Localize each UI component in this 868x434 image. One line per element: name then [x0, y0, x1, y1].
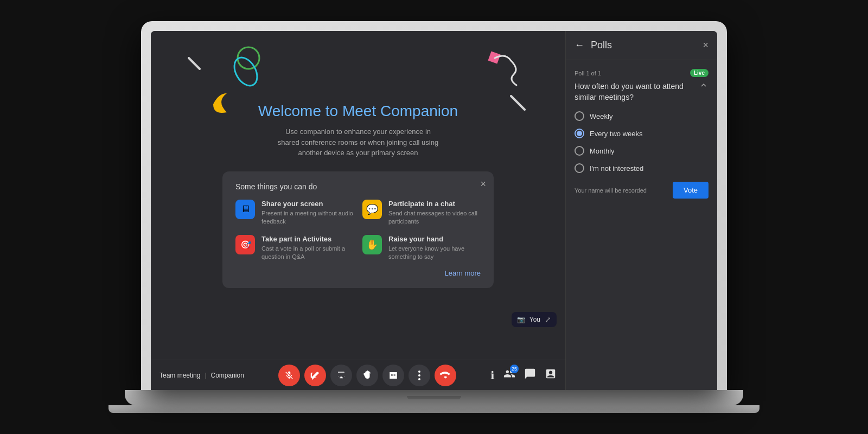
- radio-inner: [577, 131, 582, 136]
- welcome-title: Welcome to Meet Companion: [258, 103, 458, 120]
- info-grid: 🖥 Share your screen Present in a meeting…: [235, 200, 481, 261]
- radio-weekly[interactable]: [575, 111, 584, 121]
- poll-live-badge: Live: [690, 69, 709, 77]
- welcome-subtitle: Use companion to enhance your experience…: [277, 126, 439, 158]
- info-item-participate-chat: 💬 Participate in a chat Send chat messag…: [362, 200, 481, 226]
- polls-body: Poll 1 of 1 Live How often do you want t…: [566, 60, 717, 390]
- svg-point-5: [418, 371, 420, 373]
- captions-button[interactable]: [382, 365, 404, 386]
- mode-label: Companion: [211, 372, 244, 379]
- poll-collapse-button[interactable]: [699, 80, 709, 93]
- polls-header: ← Polls ×: [566, 31, 717, 60]
- poll-question-header: How often do you want to attend similar …: [575, 81, 709, 103]
- poll-counter: Poll 1 of 1: [575, 70, 601, 76]
- people-button[interactable]: 25: [503, 368, 515, 382]
- take-part-desc: Cast a vote in a poll or submit a questi…: [261, 245, 354, 261]
- learn-more-link[interactable]: Learn more: [235, 269, 481, 277]
- end-call-button[interactable]: [435, 365, 456, 386]
- present-button[interactable]: [330, 365, 352, 386]
- radio-monthly[interactable]: [575, 146, 584, 156]
- poll-option-not-interested-label: I'm not interested: [590, 164, 643, 173]
- bottom-right-icons: ℹ 25: [490, 368, 557, 382]
- svg-line-0: [189, 58, 200, 69]
- info-item-raise-hand: ✋ Raise your hand Let everyone know you …: [362, 235, 481, 261]
- meeting-name: Team meeting: [159, 372, 200, 379]
- svg-point-2: [229, 54, 261, 90]
- radio-not-interested[interactable]: [575, 163, 584, 173]
- expand-icon[interactable]: ⤢: [545, 315, 551, 324]
- info-item-share-screen: 🖥 Share your screen Present in a meeting…: [235, 200, 354, 226]
- share-screen-desc: Present in a meeting without audio feedb…: [261, 209, 354, 226]
- controls: [278, 365, 456, 386]
- poll-question: How often do you want to attend similar …: [575, 81, 699, 103]
- participate-chat-title: Participate in a chat: [388, 200, 481, 208]
- poll-option-weekly-label: Weekly: [590, 112, 612, 120]
- polls-back-button[interactable]: ←: [575, 40, 584, 51]
- chat-button[interactable]: [524, 368, 536, 382]
- poll-footer: Your name will be recorded Vote: [575, 182, 709, 199]
- svg-rect-3: [488, 51, 500, 63]
- polls-close-button[interactable]: ×: [703, 40, 709, 51]
- poll-option-every-two-weeks[interactable]: Every two weeks: [575, 129, 709, 138]
- info-card-close-button[interactable]: ×: [480, 179, 486, 189]
- svg-point-7: [418, 378, 420, 380]
- radio-every-two-weeks[interactable]: [575, 129, 584, 138]
- share-screen-icon: 🖥: [235, 200, 255, 219]
- take-part-title: Take part in Activites: [261, 235, 354, 243]
- raise-hand-title: Raise your hand: [388, 235, 481, 243]
- participate-chat-desc: Send chat messages to video call partici…: [388, 209, 481, 226]
- raise-hand-desc: Let everyone know you have something to …: [388, 245, 481, 261]
- chat-icon: 💬: [362, 200, 382, 219]
- polls-panel: ← Polls × Poll 1 of 1 Live How often do …: [565, 31, 717, 390]
- more-options-button[interactable]: [409, 365, 430, 386]
- divider: |: [205, 372, 206, 379]
- raise-hand-icon: ✋: [362, 235, 382, 254]
- poll-option-every-two-weeks-label: Every two weeks: [590, 130, 643, 138]
- info-card: Some things you can do × 🖥 Share your sc…: [222, 171, 494, 288]
- poll-options: Weekly Every two weeks Monthly: [575, 111, 709, 173]
- you-thumbnail: 📷 You ⤢: [512, 312, 557, 327]
- polls-title: Polls: [591, 40, 696, 51]
- activities-button[interactable]: [545, 368, 557, 382]
- poll-note: Your name will be recorded: [575, 187, 647, 194]
- share-screen-title: Share your screen: [261, 200, 354, 208]
- svg-point-1: [238, 47, 259, 69]
- you-label: You: [529, 316, 540, 323]
- meeting-info: Team meeting | Companion: [159, 372, 244, 379]
- bottom-bar: Team meeting | Companion: [151, 360, 565, 390]
- camera-button[interactable]: [304, 365, 326, 386]
- poll-option-monthly[interactable]: Monthly: [575, 146, 709, 156]
- info-button[interactable]: ℹ: [490, 369, 495, 382]
- activities-icon: 🎯: [235, 235, 255, 254]
- raise-hand-button[interactable]: [356, 365, 378, 386]
- people-count-badge: 25: [510, 365, 519, 373]
- info-item-take-part: 🎯 Take part in Activites Cast a vote in …: [235, 235, 354, 261]
- vote-button[interactable]: Vote: [673, 182, 709, 199]
- poll-meta: Poll 1 of 1 Live: [575, 69, 709, 77]
- poll-option-weekly[interactable]: Weekly: [575, 111, 709, 121]
- info-card-title: Some things you can do: [235, 182, 481, 191]
- poll-option-monthly-label: Monthly: [590, 147, 615, 155]
- mic-button[interactable]: [278, 365, 300, 386]
- svg-point-6: [418, 374, 420, 376]
- poll-option-not-interested[interactable]: I'm not interested: [575, 163, 709, 173]
